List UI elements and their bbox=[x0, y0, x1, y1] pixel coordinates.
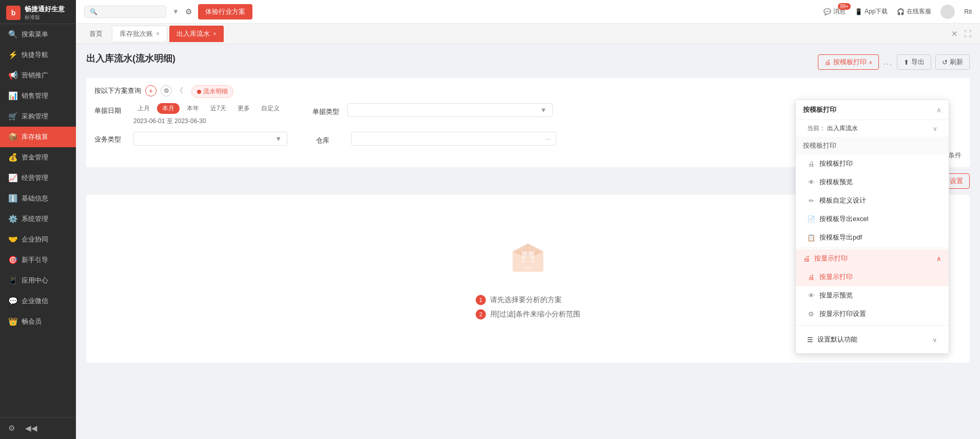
app-center-icon: 📱 bbox=[8, 276, 17, 285]
display-section-icon: 🖨 bbox=[803, 254, 810, 263]
sidebar-item-label: 企业微信 bbox=[22, 296, 48, 306]
dropdown-current-arrow[interactable]: ∨ bbox=[933, 125, 937, 132]
sidebar-item-enterprise-collab[interactable]: 🤝 企业协同 bbox=[0, 229, 76, 250]
dropdown-item-export-excel-template[interactable]: 📄 按模板导出excel bbox=[796, 210, 949, 228]
more-icon[interactable]: ... bbox=[883, 57, 893, 67]
date-opt-7days[interactable]: 近7天 bbox=[206, 103, 230, 114]
sidebar-item-finance[interactable]: 💰 资金管理 bbox=[0, 147, 76, 168]
filter-setting-button[interactable]: ⚙ bbox=[161, 85, 172, 96]
sidebar-item-marketing[interactable]: 📢 营销推广 bbox=[0, 65, 76, 86]
date-opt-more[interactable]: 更多 bbox=[233, 103, 254, 114]
dropdown-item-export-pdf-template[interactable]: 📋 按模板导出pdf bbox=[796, 228, 949, 247]
sidebar-item-membership[interactable]: 👑 畅会员 bbox=[0, 311, 76, 332]
date-opt-custom[interactable]: 自定义 bbox=[257, 103, 284, 114]
dropdown-collapse-icon[interactable]: ∧ bbox=[936, 106, 942, 114]
sidebar-item-enterprise-wechat[interactable]: 💬 企业微信 bbox=[0, 291, 76, 311]
topbar-search-box[interactable]: 🔍 bbox=[84, 6, 166, 18]
tab-home-label: 首页 bbox=[89, 29, 103, 38]
topbar-gear-icon[interactable]: ⚙ bbox=[185, 7, 192, 16]
sidebar-item-inventory[interactable]: 📦 库存核算 bbox=[0, 127, 76, 147]
export-pdf-template-icon: 📋 bbox=[807, 233, 815, 242]
tab-close-window-button[interactable]: ✕ bbox=[949, 27, 960, 41]
tab-inventory-batch-close[interactable]: × bbox=[156, 30, 160, 37]
enterprise-collab-icon: 🤝 bbox=[8, 235, 17, 244]
tab-inout-flow[interactable]: 出入库流水 × bbox=[169, 26, 224, 42]
filter-collapse-button[interactable]: 《 bbox=[176, 86, 183, 95]
message-icon: 💬 bbox=[824, 8, 831, 15]
tab-inventory-batch[interactable]: 库存批次账 × bbox=[112, 26, 167, 42]
finance-icon: 💰 bbox=[8, 153, 17, 162]
dropdown-item-display-print-settings[interactable]: ⚙ 按显示打印设置 bbox=[796, 305, 949, 323]
filter-add-button[interactable]: + bbox=[145, 85, 156, 96]
template-print-dropdown: 按模板打印 ∧ 当前： 出入库流水 ∨ 按模板打印 🖨 bbox=[795, 99, 949, 354]
sidebar-item-app-center[interactable]: 📱 应用中心 bbox=[0, 270, 76, 291]
sidebar-item-label: 营销推广 bbox=[22, 71, 48, 80]
warehouse-select[interactable]: ··· bbox=[351, 132, 556, 146]
sidebar-item-operations[interactable]: 📈 经营管理 bbox=[0, 168, 76, 188]
empty-state-icon bbox=[507, 236, 548, 285]
sidebar-item-system[interactable]: ⚙️ 系统管理 bbox=[0, 209, 76, 229]
date-opt-this-year[interactable]: 本年 bbox=[183, 103, 203, 114]
template-preview-icon: 👁 bbox=[807, 178, 815, 186]
refresh-icon: ↺ bbox=[942, 58, 948, 66]
sidebar-collapse-icon[interactable]: ◀◀ bbox=[25, 424, 37, 433]
sidebar-bottom: ⚙ ◀◀ bbox=[0, 417, 76, 439]
sidebar-item-label: 库存核算 bbox=[22, 132, 48, 142]
search-menu-icon: 🔍 bbox=[8, 30, 17, 39]
export-button[interactable]: ⬆ 导出 bbox=[897, 54, 931, 70]
search-scheme-label: 按以下方案查询 bbox=[94, 86, 141, 95]
sidebar-item-purchase[interactable]: 🛒 采购管理 bbox=[0, 106, 76, 127]
sidebar-item-basic-info[interactable]: ℹ️ 基础信息 bbox=[0, 188, 76, 209]
sidebar-item-beginner-guide[interactable]: 🎯 新手引导 bbox=[0, 250, 76, 270]
online-service-button[interactable]: 🎧 在线客服 bbox=[897, 7, 931, 16]
user-avatar[interactable] bbox=[940, 5, 955, 19]
sidebar-settings-icon[interactable]: ⚙ bbox=[8, 424, 15, 433]
display-print-icon: 🖨 bbox=[807, 273, 815, 281]
svg-point-4 bbox=[521, 260, 524, 263]
sidebar-item-label: 畅会员 bbox=[22, 317, 42, 326]
voucher-type-select[interactable]: ▼ bbox=[347, 103, 553, 117]
message-badge: 99+ bbox=[838, 3, 851, 10]
search-icon: 🔍 bbox=[90, 8, 97, 15]
filter-tag[interactable]: 流水明细 bbox=[191, 85, 233, 98]
username: Rit bbox=[964, 8, 972, 15]
set-default-label: 设置默认功能 bbox=[817, 335, 857, 344]
sidebar-item-label: 系统管理 bbox=[22, 214, 48, 224]
dropdown-item-display-print[interactable]: 🖨 按显示打印 bbox=[796, 268, 949, 286]
message-button[interactable]: 💬 消息 99+ bbox=[824, 7, 846, 16]
refresh-button[interactable]: ↺ 刷新 bbox=[935, 54, 970, 70]
sidebar-item-label: 基础信息 bbox=[22, 194, 48, 203]
date-opt-last-month[interactable]: 上月 bbox=[133, 103, 154, 114]
date-opt-this-month[interactable]: 本月 bbox=[157, 103, 180, 114]
sidebar-item-quick-nav[interactable]: ⚡ 快捷导航 bbox=[0, 45, 76, 65]
dropdown-item-template-customize[interactable]: ✏ 模板自定义设计 bbox=[796, 191, 949, 210]
business-type-select[interactable]: ▼ bbox=[133, 132, 287, 146]
tab-home[interactable]: 首页 bbox=[82, 26, 110, 42]
sidebar-item-sales[interactable]: 📊 销售管理 bbox=[0, 86, 76, 106]
sidebar-item-label: 资金管理 bbox=[22, 153, 48, 162]
dropdown-item-display-preview[interactable]: 👁 按显示预览 bbox=[796, 286, 949, 305]
search-input[interactable] bbox=[101, 8, 152, 15]
basic-info-icon: ℹ️ bbox=[8, 194, 17, 203]
sidebar-item-label: 应用中心 bbox=[22, 276, 48, 285]
tabs-right-controls: ✕ ⛶ bbox=[949, 27, 974, 41]
template-print-button[interactable]: 🖨 按模板打印 ∧ bbox=[818, 54, 879, 70]
warehouse-more-icon[interactable]: ··· bbox=[545, 135, 551, 143]
industry-solution-button[interactable]: 体验行业方案 bbox=[198, 4, 252, 19]
app-download-button[interactable]: 📱 App下载 bbox=[855, 7, 888, 16]
sidebar-item-label: 快捷导航 bbox=[22, 50, 48, 59]
dropdown-display-section-header[interactable]: 🖨 按显示打印 ∧ bbox=[796, 249, 949, 268]
tab-inout-flow-close[interactable]: × bbox=[213, 30, 217, 37]
set-default-arrow: ∨ bbox=[932, 336, 937, 344]
tab-maximize-button[interactable]: ⛶ bbox=[962, 27, 974, 40]
app-download-icon: 📱 bbox=[855, 8, 863, 15]
sidebar-item-search-menu[interactable]: 🔍 搜索菜单 bbox=[0, 24, 76, 45]
dropdown-set-default-item[interactable]: ☰ 设置默认功能 ∨ bbox=[803, 331, 942, 348]
system-icon: ⚙️ bbox=[8, 214, 17, 224]
membership-icon: 👑 bbox=[8, 317, 17, 326]
dropdown-footer: ☰ 设置默认功能 ∨ bbox=[796, 325, 949, 353]
dropdown-item-template-preview[interactable]: 👁 按模板预览 bbox=[796, 173, 949, 191]
topbar-search-dropdown-icon[interactable]: ▼ bbox=[172, 8, 179, 15]
dropdown-template-section-header: 按模板打印 bbox=[796, 137, 949, 154]
dropdown-item-template-print[interactable]: 🖨 按模板打印 bbox=[796, 154, 949, 173]
